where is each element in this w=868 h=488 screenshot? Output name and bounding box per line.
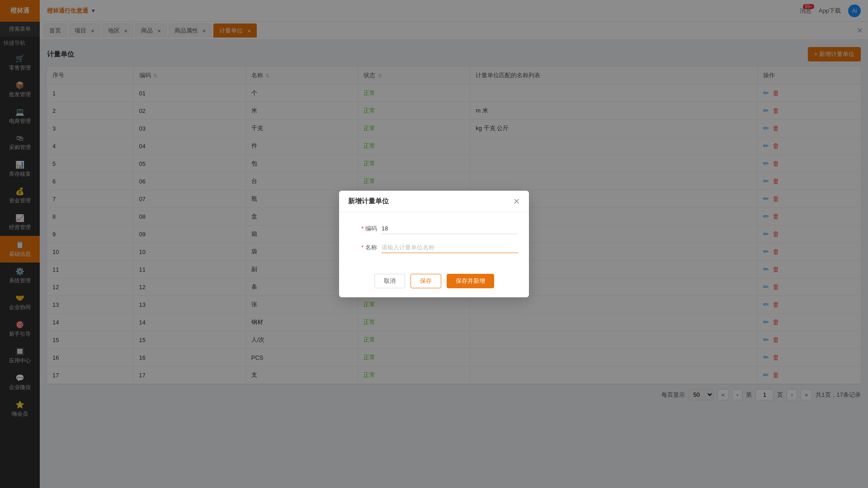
- modal-overlay: 新增计量单位 ✕ * 编码 * 名称 取消 保存 保存并新增: [0, 0, 868, 488]
- save-button[interactable]: 保存: [410, 274, 441, 288]
- code-label: * 编码: [350, 225, 377, 233]
- name-label: * 名称: [350, 244, 377, 252]
- modal-close-btn[interactable]: ✕: [513, 197, 520, 206]
- modal-footer: 取消 保存 保存并新增: [339, 268, 529, 297]
- add-unit-modal: 新增计量单位 ✕ * 编码 * 名称 取消 保存 保存并新增: [339, 191, 529, 297]
- form-row-code: * 编码: [350, 223, 518, 234]
- code-input[interactable]: [382, 223, 518, 234]
- required-star-code: *: [361, 225, 363, 232]
- required-star-name: *: [361, 244, 363, 251]
- form-row-name: * 名称: [350, 242, 518, 253]
- cancel-button[interactable]: 取消: [374, 274, 405, 288]
- save-and-new-button[interactable]: 保存并新增: [447, 274, 494, 288]
- name-input[interactable]: [382, 242, 518, 253]
- modal-header: 新增计量单位 ✕: [339, 191, 529, 212]
- modal-title: 新增计量单位: [348, 197, 389, 206]
- modal-body: * 编码 * 名称: [339, 212, 529, 268]
